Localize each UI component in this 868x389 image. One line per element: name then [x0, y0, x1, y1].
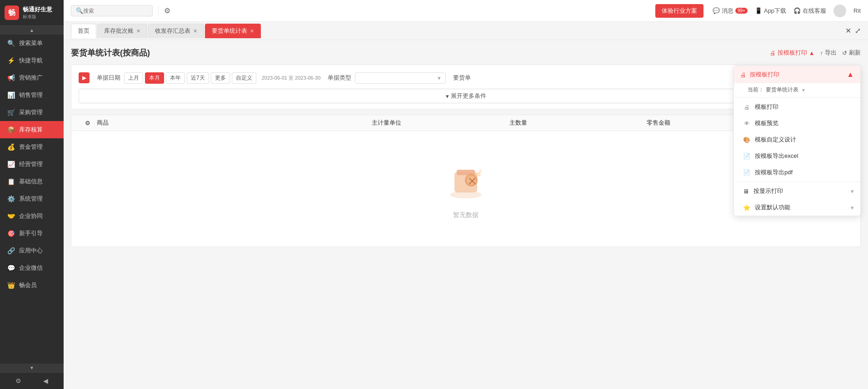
- sidebar-item-quick-nav[interactable]: ⚡ 快捷导航: [0, 52, 64, 69]
- sidebar-item-label: 快捷导航: [19, 56, 43, 65]
- col-qty: 主数量: [509, 119, 647, 127]
- sidebar-item-basic[interactable]: 📋 基础信息: [0, 173, 64, 190]
- export-button[interactable]: ↑ 导出: [820, 49, 837, 57]
- order-type-filter-group: 单据类型 ▾: [328, 72, 446, 84]
- order-type-select[interactable]: ▾: [355, 72, 446, 84]
- template-print-dropdown: 🖨 按模板打印 ▲ 当前： 要货单统计表 ▾ 🖨 模板打印 👁 模板预览: [733, 66, 861, 216]
- sidebar-item-marketing[interactable]: 📢 营销推广: [0, 69, 64, 86]
- tab-home-label: 首页: [78, 27, 90, 35]
- dropdown-sub-item-label: 设置默认功能: [755, 203, 790, 212]
- tab-inventory-batch-label: 库存批次账: [104, 27, 134, 35]
- user-avatar[interactable]: [833, 5, 846, 17]
- search-icon: 🔍: [6, 40, 15, 47]
- date-tab-last-month[interactable]: 上月: [124, 72, 143, 84]
- printer-icon: 🖨: [740, 71, 746, 78]
- date-label: 单据日期: [97, 74, 120, 82]
- export-icon: ↑: [820, 50, 823, 56]
- date-tab-this-year[interactable]: 本年: [166, 72, 185, 84]
- dropdown-item-template-preview[interactable]: 👁 模板预览: [734, 115, 860, 131]
- chevron-down-icon: ▾: [446, 93, 449, 100]
- current-badge-inner: 当前： 要货单统计表 ▾: [748, 86, 805, 94]
- topbar-search-box[interactable]: 🔍: [71, 5, 153, 16]
- system-icon: ⚙️: [6, 195, 15, 202]
- sidebar-scroll-down[interactable]: ▼: [0, 364, 64, 372]
- toggle-sidebar-button[interactable]: ◀: [43, 377, 48, 384]
- tabbar: 首页 库存批次账 ✕ 收发存汇总表 ✕ 要货单统计表 ✕ ✕ ⤢: [64, 22, 868, 40]
- username: Rit: [853, 7, 861, 14]
- topbar-right: 💬 消息 99+ 📱 App下载 🎧 在线客服 Rit: [713, 5, 861, 17]
- sidebar-item-inventory[interactable]: 📦 库存核算: [0, 121, 64, 138]
- tab-inventory-batch[interactable]: 库存批次账 ✕: [97, 24, 147, 38]
- dropdown-close-icon[interactable]: ▲: [847, 71, 854, 79]
- date-tabs: 上月 本月 本年 近7天 更多 自定义: [124, 72, 256, 84]
- marketing-icon: 📢: [6, 74, 15, 81]
- col-settings[interactable]: ⚙: [79, 120, 97, 126]
- sidebar-item-purchase[interactable]: 🛒 采购管理: [0, 104, 64, 121]
- display-print-left: 🖥 按显示打印: [743, 187, 783, 195]
- online-service-button[interactable]: 🎧 在线客服: [793, 7, 826, 15]
- sidebar-item-label: 采购管理: [19, 108, 43, 116]
- date-tab-more[interactable]: 更多: [211, 72, 230, 84]
- chevron-right-icon-2: ▾: [851, 204, 854, 211]
- sidebar-item-label: 库存核算: [19, 126, 43, 134]
- chevron-right-icon: ▾: [851, 188, 854, 195]
- settings-button[interactable]: ⚙: [15, 377, 21, 384]
- date-tab-7days[interactable]: 近7天: [187, 72, 209, 84]
- dropdown-item-set-default[interactable]: ⭐ 设置默认功能 ▾: [734, 199, 860, 216]
- excel-icon: 📄: [743, 153, 750, 160]
- tab-home[interactable]: 首页: [71, 24, 96, 38]
- refresh-label: 刷新: [849, 49, 861, 57]
- sidebar-item-operation[interactable]: 📈 经营管理: [0, 156, 64, 173]
- date-filter-group: 单据日期 上月 本月 本年 近7天 更多 自定义 2023-06-01 至 20…: [97, 72, 320, 84]
- dropdown-item-export-excel[interactable]: 📄 按模板导出excel: [734, 148, 860, 164]
- sidebar-scroll-up[interactable]: ▲: [0, 26, 64, 35]
- divider-2: [734, 182, 860, 182]
- dropdown-item-display-print[interactable]: 🖥 按显示打印 ▾: [734, 183, 860, 199]
- app-download-button[interactable]: 📱 App下载: [755, 7, 786, 15]
- date-tab-custom[interactable]: 自定义: [232, 72, 256, 84]
- sidebar-item-system[interactable]: ⚙️ 系统管理: [0, 190, 64, 207]
- current-template-name: 要货单统计表: [766, 86, 798, 94]
- trial-button[interactable]: 体验行业方案: [655, 4, 703, 18]
- topbar-search-input[interactable]: [83, 8, 138, 14]
- sidebar-nav: 🔍 搜索菜单 ⚡ 快捷导航 📢 营销推广 📊 销售管理 🛒 采购管理 📦 库存核…: [0, 35, 64, 364]
- lightning-icon: ⚡: [6, 57, 15, 64]
- dropdown-item-export-pdf[interactable]: 📄 按模板导出pdf: [734, 164, 860, 181]
- dropdown-item-template-design[interactable]: 🎨 模板自定义设计: [734, 131, 860, 148]
- maximize-button[interactable]: ⤢: [855, 26, 861, 35]
- tab-inventory-batch-close[interactable]: ✕: [136, 28, 140, 34]
- sidebar-item-member[interactable]: 👑 畅会员: [0, 277, 64, 294]
- topbar-gear-icon[interactable]: ⚙: [164, 6, 170, 15]
- col-unit: 主计量单位: [372, 119, 509, 127]
- sidebar-item-label: 系统管理: [19, 195, 43, 203]
- date-tab-this-month[interactable]: 本月: [145, 72, 164, 84]
- refresh-button[interactable]: ↺ 刷新: [842, 49, 861, 57]
- dropdown-item-label: 模板打印: [755, 103, 778, 111]
- tab-receipts-summary[interactable]: 收发存汇总表 ✕: [148, 24, 204, 38]
- sidebar-item-finance[interactable]: 💰 资金管理: [0, 138, 64, 156]
- sidebar-item-wechat[interactable]: 💬 企业微信: [0, 259, 64, 277]
- close-all-tabs-button[interactable]: ✕: [845, 26, 851, 35]
- sidebar-item-sales[interactable]: 📊 销售管理: [0, 86, 64, 104]
- tab-order-stats[interactable]: 要货单统计表 ✕: [205, 24, 261, 38]
- sidebar-item-app-center[interactable]: 🔗 应用中心: [0, 242, 64, 259]
- topbar: 🔍 ⚙ 体验行业方案 💬 消息 99+ 📱 App下载 🎧 在线客服 Rit: [64, 0, 868, 22]
- current-template-display: 当前： 要货单统计表 ▾: [734, 83, 860, 96]
- sidebar-item-guide[interactable]: 🎯 新手引导: [0, 225, 64, 242]
- basic-icon: 📋: [6, 178, 15, 185]
- sidebar-item-collab[interactable]: 🤝 企业协同: [0, 207, 64, 225]
- tab-receipts-summary-close[interactable]: ✕: [193, 28, 197, 34]
- printer-icon: 🖨: [770, 50, 776, 56]
- chevron-down-icon: ▾: [438, 75, 441, 81]
- sidebar-logo: 畅 畅通好生意 标准版: [0, 0, 64, 26]
- sidebar: 畅 畅通好生意 标准版 ▲ 🔍 搜索菜单 ⚡ 快捷导航 📢 营销推广 📊 销售管…: [0, 0, 64, 389]
- sidebar-item-label: 新手引导: [19, 229, 43, 237]
- sidebar-item-search[interactable]: 🔍 搜索菜单: [0, 35, 64, 52]
- dropdown-item-template-print[interactable]: 🖨 模板打印: [734, 99, 860, 115]
- message-button[interactable]: 💬 消息 99+: [713, 7, 748, 15]
- chevron-down-icon: ▾: [802, 87, 805, 93]
- dropdown-header[interactable]: 🖨 按模板打印 ▲: [734, 66, 860, 83]
- tab-order-stats-close[interactable]: ✕: [250, 28, 254, 34]
- filter-expand-icon[interactable]: ▶: [79, 72, 90, 83]
- template-print-button[interactable]: 🖨 按模板打印 ▲: [770, 49, 815, 57]
